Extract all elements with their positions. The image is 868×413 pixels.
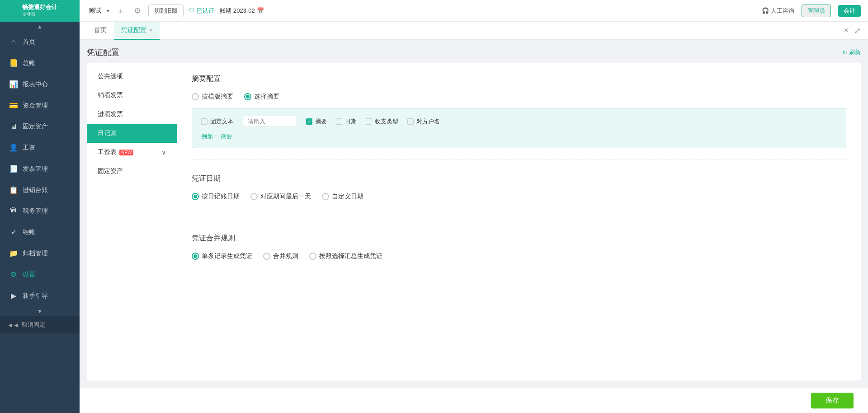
- section-merge: 凭证合并规则 单条记录生成凭证 合并规则: [192, 234, 846, 278]
- radio-period-last-circle: [250, 193, 258, 200]
- checkbox-fixed-text[interactable]: 固定文本: [201, 117, 234, 126]
- sidebar-label-trade: 进销台账: [23, 186, 48, 194]
- radio-template-summary[interactable]: 按模版摘要: [192, 93, 233, 101]
- checkbox-counterpart[interactable]: 对方户名: [407, 117, 440, 126]
- home-icon: ⌂: [9, 38, 18, 46]
- radio-merge-rule-circle: [263, 253, 270, 260]
- radio-by-selection[interactable]: 按照选择汇总生成凭证: [309, 252, 382, 260]
- archive-icon: 📁: [9, 249, 18, 258]
- radio-journal-date[interactable]: 按日记账日期: [192, 192, 240, 201]
- left-nav-sales-invoice[interactable]: 销项发票: [87, 86, 177, 105]
- tab-voucher-config-label: 凭证配置: [121, 26, 146, 34]
- scroll-up-indicator[interactable]: ▲: [0, 22, 80, 32]
- certified-label: 已认证: [197, 7, 214, 15]
- certified-badge: 🛡 已认证: [189, 7, 214, 15]
- admin-button[interactable]: 管理员: [802, 5, 831, 17]
- left-nav: 公共选项 销项发票 进项发票 日记账 工资表: [87, 63, 177, 380]
- sidebar-item-home[interactable]: ⌂ 首页: [0, 32, 80, 52]
- sidebar-label-settings: 设置: [23, 271, 35, 279]
- headset-icon: 🎧: [762, 7, 769, 14]
- sidebar-item-close[interactable]: ✓ 结账: [0, 221, 80, 243]
- tab-home[interactable]: 首页: [87, 22, 114, 40]
- trade-icon: 📋: [9, 186, 18, 194]
- sidebar-item-capital[interactable]: 💳 资金管理: [0, 95, 80, 116]
- radio-merge-rule-label: 合并规则: [273, 252, 298, 260]
- left-nav-purchase-invoice[interactable]: 进项发票: [87, 105, 177, 124]
- fixed-text-input[interactable]: [243, 116, 297, 127]
- left-nav-journal[interactable]: 日记账: [87, 124, 177, 143]
- cancel-fixed-button[interactable]: ◄◄ 取消固定: [0, 316, 80, 333]
- radio-select-summary[interactable]: 选择摘要: [244, 93, 279, 101]
- accountant-button[interactable]: 会计: [838, 5, 861, 17]
- sidebar: ▲ ⌂ 首页 📒 总账 📊 报表中心 💳 资金管理 🖥 固定资产 👤 工资 🧾 …: [0, 22, 80, 413]
- example-prefix: 例如：: [201, 133, 219, 140]
- sidebar-item-tax[interactable]: 🏛 税务管理: [0, 201, 80, 221]
- sidebar-item-salary[interactable]: 👤 工资: [0, 137, 80, 158]
- sidebar-label-invoice: 发票管理: [23, 165, 48, 173]
- sidebar-item-asset[interactable]: 🖥 固定资产: [0, 116, 80, 137]
- radio-journal-date-label: 按日记账日期: [202, 192, 240, 201]
- top-header: 畅捷通好会计 专业版 测试 ▾ ＋ ⚙ 切到旧版 🛡 已认证 账期 2023-0…: [0, 0, 868, 22]
- sidebar-label-archive: 归档管理: [23, 249, 48, 258]
- sidebar-item-settings[interactable]: ⚙ 设置: [0, 264, 80, 285]
- close-tab-icon[interactable]: ×: [844, 26, 849, 35]
- scroll-down-indicator[interactable]: ▼: [0, 306, 80, 316]
- sidebar-item-ledger[interactable]: 📒 总账: [0, 52, 80, 74]
- checkbox-fixed-text-label: 固定文本: [210, 117, 234, 126]
- left-nav-payroll[interactable]: 工资表 NEW ∨: [87, 143, 177, 162]
- main-layout: ▲ ⌂ 首页 📒 总账 📊 报表中心 💳 资金管理 🖥 固定资产 👤 工资 🧾 …: [0, 22, 868, 413]
- page-title-bar: 凭证配置 ↻ 刷新: [87, 47, 861, 58]
- example-value: 摘要: [221, 133, 232, 140]
- radio-period-last[interactable]: 对应期间最后一天: [250, 192, 311, 201]
- tax-icon: 🏛: [9, 207, 18, 215]
- left-nav-public[interactable]: 公共选项: [87, 67, 177, 86]
- consult-button[interactable]: 🎧 人工咨询: [762, 7, 794, 15]
- sidebar-item-trade[interactable]: 📋 进销台账: [0, 179, 80, 201]
- refresh-button[interactable]: ↻ 刷新: [842, 48, 861, 56]
- logo-text: 畅捷通好会计: [22, 4, 57, 11]
- checkbox-row: 固定文本 ✓ 摘要 日期: [201, 116, 837, 127]
- checkbox-date[interactable]: 日期: [336, 117, 357, 126]
- salary-icon: 👤: [9, 143, 18, 152]
- checkbox-payment-type[interactable]: 收支类型: [366, 117, 398, 126]
- add-icon[interactable]: ＋: [117, 5, 125, 16]
- sidebar-item-invoice[interactable]: 🧾 发票管理: [0, 158, 80, 179]
- tab-voucher-close-icon[interactable]: ×: [149, 27, 152, 33]
- save-button[interactable]: 保存: [811, 393, 854, 408]
- two-panel: 公共选项 销项发票 进项发票 日记账 工资表: [87, 63, 861, 380]
- sidebar-item-archive[interactable]: 📁 归档管理: [0, 243, 80, 264]
- sidebar-item-report[interactable]: 📊 报表中心: [0, 74, 80, 95]
- sidebar-item-guide[interactable]: ▶ 新手引导: [0, 285, 80, 306]
- sidebar-label-asset: 固定资产: [23, 122, 48, 131]
- sidebar-label-report: 报表中心: [23, 80, 48, 89]
- period-info: 账期 2023-02 📅: [220, 7, 264, 15]
- content-area: 首页 凭证配置 × × ⤢ 凭证配置 ↻ 刷新: [80, 22, 868, 413]
- section-summary: 摘要配置 按模版摘要 选择摘要: [192, 74, 846, 160]
- checkbox-summary[interactable]: ✓ 摘要: [306, 117, 327, 126]
- radio-single-label: 单条记录生成凭证: [202, 252, 252, 260]
- company-dropdown-icon[interactable]: ▾: [107, 8, 109, 14]
- invoice-icon: 🧾: [9, 164, 18, 173]
- left-nav-fixed-asset[interactable]: 固定资产: [87, 162, 177, 181]
- calendar-icon[interactable]: 📅: [257, 7, 264, 14]
- radio-by-selection-circle: [309, 253, 316, 260]
- settings-icon[interactable]: ⚙: [134, 6, 141, 16]
- new-badge: NEW: [119, 150, 133, 155]
- radio-merge-rule[interactable]: 合并规则: [263, 252, 298, 260]
- switch-old-button[interactable]: 切到旧版: [148, 5, 184, 17]
- radio-single[interactable]: 单条记录生成凭证: [192, 252, 252, 260]
- radio-custom-date[interactable]: 自定义日期: [322, 192, 363, 201]
- header-right: 🎧 人工咨询 管理员 会计: [762, 5, 861, 17]
- radio-custom-date-label: 自定义日期: [332, 192, 363, 201]
- merge-radio-group: 单条记录生成凭证 合并规则 按照选择汇总生成凭证: [192, 252, 846, 260]
- sidebar-label-guide: 新手引导: [23, 292, 48, 300]
- tab-bar: 首页 凭证配置 × × ⤢: [80, 22, 868, 40]
- fullscreen-icon[interactable]: ⤢: [854, 26, 861, 36]
- page-title: 凭证配置: [87, 47, 119, 58]
- radio-single-circle: [192, 253, 199, 260]
- report-icon: 📊: [9, 80, 18, 89]
- inner-page: 凭证配置 ↻ 刷新 公共选项 销项发票: [80, 40, 868, 388]
- checkbox-payment-type-label: 收支类型: [375, 117, 398, 126]
- radio-template-label: 按模版摘要: [202, 93, 233, 101]
- tab-voucher-config[interactable]: 凭证配置 ×: [114, 22, 160, 40]
